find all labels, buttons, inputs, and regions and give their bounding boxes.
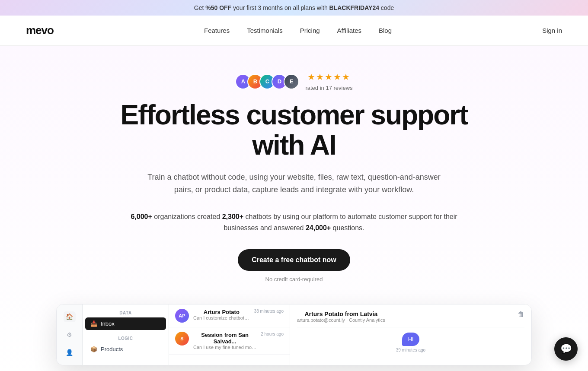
nav-affiliates[interactable]: Affiliates	[337, 27, 361, 34]
nav-links: Features Testimonials Pricing Affiliates…	[204, 27, 392, 35]
chat-user-name: Arturs Potato from Latvia	[297, 311, 385, 317]
products-icon: 📦	[90, 346, 97, 352]
banner-middle: your first 3 months on all plans with	[231, 4, 329, 11]
chat-delete-icon[interactable]: 🗑	[518, 311, 524, 318]
convo-info-2: Session from San Salvad... Can I use my …	[193, 332, 256, 350]
hero-stats: 6,000+ organizations created 2,300+ chat…	[130, 211, 458, 233]
banner-discount: %50 OFF	[205, 4, 231, 11]
chat-user-detail: arturs.potato@count.ly · Countly Analyti…	[297, 317, 385, 323]
chat-widget-icon: 💬	[560, 343, 572, 355]
rating-text: rated in 17 reviews	[305, 85, 352, 91]
hero-title-line2: with AI	[252, 130, 336, 161]
hero-title: Effortless customer support with AI	[99, 100, 489, 161]
convo-preview-2: Can I use my fine-tuned models?	[193, 345, 256, 350]
inbox-label: Inbox	[101, 320, 115, 327]
orgs-label: organizations created	[152, 213, 222, 220]
cta-area: Create a free chatbot now No credit card…	[9, 249, 579, 282]
nav-features[interactable]: Features	[204, 27, 230, 34]
banner-code: BLACKFRIDAY24	[329, 4, 379, 11]
conversation-item-2[interactable]: S Session from San Salvad... Can I use m…	[169, 327, 290, 355]
convo-avatar-2: S	[175, 332, 189, 346]
hero-title-line1: Effortless customer support	[120, 99, 467, 130]
banner-prefix: Get	[194, 4, 205, 11]
chat-widget-button[interactable]: 💬	[554, 337, 578, 361]
hero-section: A B C D E ★★★★★ rated in 17 reviews Effo…	[0, 46, 588, 371]
menu-item-products[interactable]: 📦 Products	[85, 343, 166, 355]
convo-avatar-1: AP	[175, 309, 189, 323]
avatar-5: E	[284, 74, 299, 89]
conversation-list: AP Arturs Potato Can I customize chatbot…	[169, 304, 290, 365]
sidebar-home-icon[interactable]: 🏠	[64, 311, 76, 322]
banner-suffix: code	[379, 4, 394, 11]
promo-banner: Get %50 OFF your first 3 months on all p…	[0, 0, 588, 16]
dash-left-panel: DATA 📥 Inbox LOGIC 📦 Products	[83, 304, 169, 365]
convo-name-1: Arturs Potato	[193, 309, 250, 315]
no-card-text: No credit card-required	[9, 276, 579, 282]
conversation-item-1[interactable]: AP Arturs Potato Can I customize chatbot…	[169, 304, 290, 327]
chat-area: Arturs Potato from Latvia arturs.potato@…	[290, 304, 531, 365]
chat-bubble-time: 39 minutes ago	[297, 348, 524, 352]
convo-time-1: 38 minutes ago	[254, 309, 284, 314]
convo-time-2: 2 hours ago	[261, 332, 284, 336]
nav-pricing[interactable]: Pricing	[300, 27, 320, 34]
dashboard-preview: 🏠 ⚙ 👤 DATA 📥 Inbox LOGIC 📦 Products	[56, 304, 532, 365]
reviewer-avatars: A B C D E ★★★★★ rated in 17 reviews	[9, 72, 579, 91]
logo[interactable]: mevo	[26, 24, 54, 37]
inbox-icon: 📥	[90, 320, 97, 327]
section-label-data: DATA	[83, 309, 169, 317]
dash-sidebar: 🏠 ⚙ 👤	[57, 304, 83, 365]
nav-testimonials[interactable]: Testimonials	[247, 27, 283, 34]
convo-info-1: Arturs Potato Can I customize chatbot co…	[193, 309, 250, 320]
rating-block: ★★★★★ rated in 17 reviews	[305, 72, 352, 91]
products-label: Products	[101, 346, 123, 352]
chat-bubble: Hi	[402, 333, 419, 346]
nav-blog[interactable]: Blog	[379, 27, 392, 34]
create-chatbot-button[interactable]: Create a free chatbot now	[238, 249, 350, 271]
questions-label: questions.	[331, 224, 364, 231]
menu-item-inbox[interactable]: 📥 Inbox	[85, 317, 166, 330]
chat-user-info: Arturs Potato from Latvia arturs.potato@…	[297, 311, 385, 323]
sign-in-button[interactable]: Sign in	[542, 27, 562, 34]
chat-bubble-area: Hi 39 minutes ago	[297, 333, 524, 352]
convo-preview-1: Can I customize chatbot color?	[193, 315, 250, 320]
chat-header: Arturs Potato from Latvia arturs.potato@…	[297, 311, 524, 327]
orgs-count: 6,000+	[131, 213, 152, 220]
questions-count: 24,000+	[306, 224, 331, 231]
bots-count: 2,300+	[222, 213, 243, 220]
navbar: mevo Features Testimonials Pricing Affil…	[0, 16, 588, 46]
star-rating: ★★★★★	[307, 72, 351, 82]
convo-name-2: Session from San Salvad...	[193, 332, 256, 345]
sidebar-user-icon[interactable]: 👤	[64, 347, 76, 358]
section-label-logic: LOGIC	[83, 334, 169, 342]
sidebar-settings-icon[interactable]: ⚙	[64, 329, 76, 340]
hero-subtitle: Train a chatbot without code, using your…	[143, 171, 445, 196]
